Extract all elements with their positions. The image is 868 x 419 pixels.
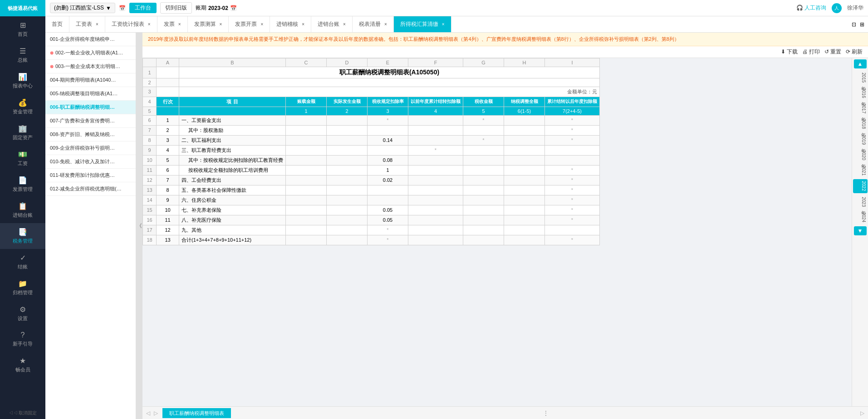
tab-income-tax-close[interactable]: × (442, 22, 445, 27)
cell-10a[interactable]: 5 (157, 155, 179, 165)
form-item-010[interactable]: 010-免税、减计收入及加计… (45, 155, 136, 169)
cell-13b[interactable]: 五、各类基本社会保障性缴款 (179, 185, 286, 195)
form-item-008[interactable]: 008-资产折旧、摊销及纳税… (45, 128, 136, 141)
tab-invoice-calc[interactable]: 发票测算 × (188, 16, 229, 33)
cell-11a[interactable]: 6 (157, 165, 179, 175)
cell-16c[interactable] (286, 215, 327, 225)
form-item-004[interactable]: 004-期间费用明细表(A1040… (45, 73, 136, 87)
cell-8h[interactable] (504, 135, 545, 145)
cell-12h[interactable] (504, 175, 545, 185)
cell-8f[interactable] (408, 135, 463, 145)
tab-income-tax[interactable]: 所得税汇算清缴 × (394, 16, 451, 33)
cell-12a[interactable]: 7 (157, 175, 179, 185)
cell-10d[interactable] (327, 155, 368, 165)
sidebar-item-assets[interactable]: 🏢 固定资产 (0, 120, 45, 146)
sheet-menu-icon[interactable]: ⋮ (543, 410, 549, 416)
cell-18g[interactable] (463, 235, 504, 245)
sheet-scroll-right-icon[interactable]: ▷ (860, 410, 864, 416)
print-btn[interactable]: 🖨 打印 (802, 48, 820, 56)
cell-18f[interactable] (408, 235, 463, 245)
cell-9c[interactable] (286, 145, 327, 155)
year-2019[interactable]: 2019年 (853, 133, 868, 146)
cell-14a[interactable]: 9 (157, 195, 179, 205)
company-selector[interactable]: (勿删) 江西皓宝-LSS ▼ (50, 3, 115, 13)
sidebar-item-closing[interactable]: ✓ 结账 (0, 249, 45, 275)
cell-10c[interactable] (286, 155, 327, 165)
year-2016[interactable]: 2016年 (853, 86, 868, 100)
cell-6c[interactable] (286, 115, 327, 125)
tab-salary-report-close[interactable]: × (148, 22, 151, 27)
cell-14c[interactable] (286, 195, 327, 205)
tab-tax-book[interactable]: 税表清册 × (353, 16, 394, 33)
year-scroll-up[interactable]: ▲ (854, 59, 867, 68)
tab-ledger[interactable]: 进销台账 × (311, 16, 353, 33)
cell-11d[interactable] (327, 165, 368, 175)
year-2018[interactable]: 2018年 (853, 117, 868, 131)
tab-check[interactable]: 进销稽核 × (270, 16, 311, 33)
cell-17b[interactable]: 九、其他 (179, 225, 286, 235)
sheet-next-btn[interactable]: ▷ (154, 410, 158, 416)
cell-10i[interactable] (545, 155, 600, 165)
year-2015[interactable]: 2015年 (853, 71, 868, 84)
cell-13a[interactable]: 8 (157, 185, 179, 195)
cancel-fixed-btn[interactable]: ◁◁ 取消固定 (0, 407, 45, 419)
cell-9b[interactable]: 三、职工教育经费支出 (179, 145, 286, 155)
cell-15h[interactable] (504, 205, 545, 215)
cell-13d[interactable] (327, 185, 368, 195)
year-2021[interactable]: 2021年 (853, 164, 868, 177)
restore-icon[interactable]: ⊡ (852, 21, 856, 28)
reset-btn[interactable]: ↺ 重置 (824, 48, 841, 56)
tab-invoice[interactable]: 发票 × (157, 16, 188, 33)
sheet-tab-main[interactable]: 职工薪酬纳税调整明细表 (162, 408, 231, 418)
cell-7e[interactable] (368, 125, 408, 135)
year-2022[interactable]: 2022年 (853, 179, 868, 193)
cell-13c[interactable] (286, 185, 327, 195)
switch-old-button[interactable]: 切到旧版 (160, 2, 192, 14)
cell-6b[interactable]: 一、工资薪金支出 (179, 115, 286, 125)
cell-16b[interactable]: 八、补充医疗保险 (179, 215, 286, 225)
download-btn[interactable]: ⬇ 下载 (781, 48, 798, 56)
cell-8b[interactable]: 二、职工福利支出 (179, 135, 286, 145)
cell-3a[interactable] (157, 87, 179, 97)
form-item-009[interactable]: 009-企业所得税弥补亏损明… (45, 141, 136, 155)
cell-16g[interactable] (463, 215, 504, 225)
cell-16d[interactable] (327, 215, 368, 225)
cell-6d[interactable] (327, 115, 368, 125)
cell-2a[interactable] (157, 78, 179, 87)
cell-10f[interactable] (408, 155, 463, 165)
period-selector[interactable]: 账期 2023-02 📅 (196, 4, 237, 12)
form-item-005[interactable]: 005-纳税调整项目明细表(A1… (45, 87, 136, 101)
cell-9h[interactable] (504, 145, 545, 155)
sidebar-item-report[interactable]: 📊 报表中心 (0, 68, 45, 94)
cell-16f[interactable] (408, 215, 463, 225)
cell-9i[interactable] (545, 145, 600, 155)
workspace-button[interactable]: 工作台 (129, 3, 157, 13)
cell-16a[interactable]: 11 (157, 215, 179, 225)
cell-15g[interactable] (463, 205, 504, 215)
year-2024[interactable]: 2024年 (853, 210, 868, 224)
cell-1a[interactable] (157, 67, 179, 78)
sidebar-item-tax[interactable]: 📑 税务管理 (0, 223, 45, 249)
cell-14f[interactable] (408, 195, 463, 205)
cell-7b[interactable]: 其中：股权激励 (179, 125, 286, 135)
collapse-btn[interactable]: 《 (136, 33, 142, 419)
sidebar-item-purchase-sale[interactable]: 📋 进销台账 (0, 197, 45, 223)
cell-17g[interactable] (463, 225, 504, 235)
form-item-001[interactable]: 001-企业所得税年度纳税申… (45, 33, 136, 46)
sheet-prev-btn[interactable]: ◁ (146, 410, 150, 416)
sidebar-item-settings[interactable]: ⚙ 设置 (0, 301, 45, 326)
cell-11c[interactable] (286, 165, 327, 175)
cell-9e[interactable] (368, 145, 408, 155)
cell-17a[interactable]: 12 (157, 225, 179, 235)
form-item-007[interactable]: 007-广告费和业务宣传费明… (45, 114, 136, 128)
tab-salary[interactable]: 工资表 × (69, 16, 105, 33)
cell-7c[interactable] (286, 125, 327, 135)
tab-ledger-close[interactable]: × (343, 22, 346, 27)
cell-12c[interactable] (286, 175, 327, 185)
tab-invoice-open-close[interactable]: × (260, 22, 263, 27)
cell-14h[interactable] (504, 195, 545, 205)
cell-17h[interactable] (504, 225, 545, 235)
cell-10g[interactable] (463, 155, 504, 165)
cell-11h[interactable] (504, 165, 545, 175)
cell-13h[interactable] (504, 185, 545, 195)
